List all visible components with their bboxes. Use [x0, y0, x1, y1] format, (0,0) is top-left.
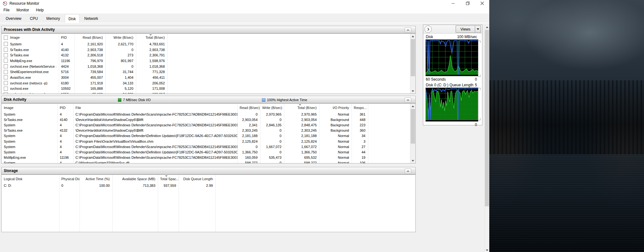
table-row[interactable]: System42,161,9202,621,7704,783,691 [2, 41, 415, 47]
column-header[interactable]: I/O Priority [319, 106, 352, 110]
table-row[interactable]: System4C:\ProgramData\Microsoft\Windows … [2, 149, 415, 155]
table-row[interactable]: C: D:0100.00713,383937,5592.99 [2, 183, 415, 188]
scroll-up-button[interactable] [410, 104, 415, 109]
tab-disk[interactable]: Disk [65, 14, 80, 23]
expand-panel-button[interactable] [425, 26, 432, 33]
table-row[interactable]: svchost.exe (NetworkService -p)44241,018… [2, 64, 415, 69]
table-cell: 1,018,368 [75, 65, 105, 68]
graphs-panel-toolbar: Views [423, 25, 482, 34]
row-checkbox[interactable] [4, 81, 8, 85]
table-row[interactable]: SrTasks.exe41402,903,73802,903,738 [2, 47, 415, 53]
row-checkbox[interactable] [4, 92, 8, 94]
collapse-button[interactable] [405, 97, 411, 103]
column-header-label: Write (B/sec) [262, 106, 282, 110]
table-cell: 106 [352, 161, 368, 163]
table-cell: C:\ProgramData\Microsoft\Windows Defende… [73, 134, 237, 138]
close-button[interactable] [475, 0, 489, 7]
collapse-button[interactable] [405, 27, 411, 33]
table-row[interactable]: MsMpEng.exe11196796,979801,9971,598,976 [2, 58, 415, 64]
table-row[interactable]: System4C:\ProgramData\Microsoft\Windows … [2, 112, 415, 117]
collapse-button[interactable] [405, 169, 411, 174]
column-header[interactable]: Total (B/sec) [284, 106, 319, 110]
column-header-label: Respo... [354, 106, 367, 110]
table-row[interactable]: System4C:\Windows\System32\WsmSvc.dll598… [2, 160, 415, 163]
cell-text: Normal [338, 140, 349, 143]
table-row[interactable]: System4C:\Program Files\Oracle\VirtualBo… [2, 139, 415, 144]
column-header[interactable]: Physical Disk [59, 177, 80, 181]
y-axis-min: 0 [475, 77, 477, 82]
table-cell: C:\Program Files\Oracle\VirtualBox\Virtu… [73, 140, 237, 143]
table-row[interactable]: svchost.exe (utcsvc -p)105635,10994,2081… [2, 91, 415, 94]
column-header[interactable]: Read (B/sec) [237, 106, 260, 110]
column-header[interactable]: Image [2, 36, 59, 40]
column-header[interactable]: Logical Disk [2, 177, 59, 181]
table-row[interactable]: MsMpEng.exe11196C:\ProgramData\Microsoft… [2, 155, 415, 160]
row-checkbox[interactable] [4, 42, 8, 46]
disk-io-swatch-icon [118, 98, 121, 102]
views-button[interactable]: Views [456, 26, 481, 33]
cell-text: 171,008 [152, 87, 165, 90]
table-row[interactable]: svchost.exe (netsvcs -p)6180171,91834,13… [2, 80, 415, 86]
table-row[interactable]: svchost.exe10592165,8885,120171,008 [2, 86, 415, 92]
row-checkbox[interactable] [4, 87, 8, 91]
cell-text: 2,903,054 [242, 118, 258, 122]
table-row[interactable]: System4C:\ProgramData\Microsoft\Windows … [2, 122, 415, 128]
disk-activity-section-header[interactable]: Disk Activity 7 MB/sec Disk I/O 100% Hig… [1, 96, 416, 103]
row-checkbox[interactable] [4, 59, 8, 63]
row-checkbox[interactable] [4, 64, 8, 68]
row-checkbox[interactable] [4, 48, 8, 52]
tab-cpu[interactable]: CPU [26, 14, 42, 23]
column-header[interactable]: Total Spac... [158, 177, 179, 181]
row-checkbox[interactable] [4, 53, 8, 57]
column-header[interactable]: Active Time (%) [80, 177, 112, 181]
views-dropdown-button[interactable] [475, 26, 480, 32]
collapse-icon [407, 170, 409, 172]
column-header[interactable]: Available Space (MB) [112, 177, 158, 181]
scroll-up-button[interactable] [485, 25, 490, 30]
cell-text: 360 [360, 129, 365, 132]
table-row[interactable]: AvastSvc.exe3004455,0071,404456,411 [2, 75, 415, 80]
storage-section-header[interactable]: Storage [1, 167, 416, 175]
table-row[interactable]: System4C:\ProgramData\Microsoft\Windows … [2, 144, 415, 149]
column-header[interactable]: PID [58, 106, 73, 110]
column-header[interactable]: File [73, 106, 237, 110]
tab-network[interactable]: Network [80, 14, 102, 23]
select-all-checkbox[interactable] [4, 36, 8, 40]
column-header[interactable]: Image [2, 106, 58, 110]
processes-section-header[interactable]: Processes with Disk Activity [1, 26, 416, 33]
column-header[interactable]: Write (B/sec) [260, 106, 284, 110]
table-row[interactable]: SrTasks.exe4132\Device\HarddiskVolumeSha… [2, 128, 415, 133]
table-cell: 34 [352, 134, 368, 138]
column-header[interactable]: Write (B/sec) [105, 36, 136, 39]
scroll-down-button[interactable] [410, 89, 415, 94]
column-header[interactable]: Disk Queue Length [179, 177, 215, 181]
cell-text: \Device\HarddiskVolumeShadowCopy5\$Mft [75, 129, 143, 132]
tab-overview[interactable]: Overview [2, 14, 25, 23]
column-header[interactable]: Read (B/sec) [75, 36, 105, 39]
restore-button[interactable] [460, 0, 475, 7]
row-checkbox[interactable] [4, 75, 8, 79]
menu-help[interactable]: Help [32, 7, 47, 14]
processes-table-scrollbar[interactable] [410, 34, 415, 94]
scrollbar-thumb[interactable] [411, 39, 415, 76]
scrollbar-thumb[interactable] [485, 30, 489, 206]
column-header[interactable]: Respo... [352, 106, 368, 110]
table-row[interactable]: System4C:\ProgramData\Microsoft\Windows … [2, 133, 415, 139]
scroll-up-button[interactable] [410, 34, 415, 39]
scroll-down-button[interactable] [410, 158, 415, 163]
table-row[interactable]: SrTasks.exe4140\Device\HarddiskVolumeSha… [2, 117, 415, 122]
column-header[interactable]: PID [59, 36, 75, 39]
table-row[interactable]: ShellExperienceHost.exe5716739,58431,744… [2, 69, 415, 75]
tab-memory[interactable]: Memory [42, 14, 64, 23]
disk-activity-table-scrollbar[interactable] [410, 104, 415, 163]
table-row[interactable]: SrTasks.exe41322,306,5182732,306,791 [2, 52, 415, 58]
table-cell: C:\Windows\System32\WsmSvc.dll [73, 161, 237, 163]
menu-file[interactable]: File [0, 7, 13, 14]
scrollbar-thumb[interactable] [411, 109, 415, 144]
minimize-button[interactable] [446, 0, 460, 7]
window-scrollbar[interactable] [484, 25, 489, 252]
scroll-down-button[interactable] [485, 248, 490, 252]
column-header[interactable]: Total (B/sec) [136, 36, 167, 39]
row-checkbox[interactable] [4, 70, 8, 74]
menu-monitor[interactable]: Monitor [13, 7, 32, 14]
